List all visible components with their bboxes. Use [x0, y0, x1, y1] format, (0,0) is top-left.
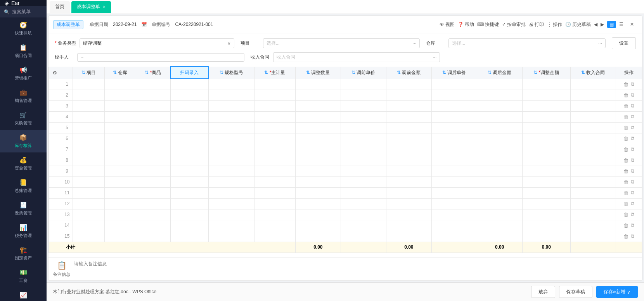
row-2-prev-unit-price[interactable]: [341, 90, 386, 100]
shortcuts-btn[interactable]: ⌨ 快捷键: [477, 21, 499, 28]
row-9-spec[interactable]: [209, 166, 254, 176]
row-6-prev-unit-price[interactable]: [341, 133, 386, 144]
row-8-income-contract[interactable]: [570, 155, 616, 166]
row-2-delete-icon[interactable]: 🗑: [623, 92, 628, 98]
row-6-spec[interactable]: [209, 133, 254, 144]
tab-close-icon[interactable]: ✕: [102, 5, 106, 9]
row-11-scan[interactable]: [170, 187, 209, 198]
row-7-goods[interactable]: [136, 144, 170, 155]
row-2-project[interactable]: [73, 90, 104, 100]
row-4-goods[interactable]: [136, 111, 170, 122]
row-8-spec[interactable]: [209, 155, 254, 166]
notes-input[interactable]: [74, 261, 637, 272]
sidebar-item-funds-mgmt[interactable]: 💰 资金管理: [0, 152, 47, 175]
row-6-delete-icon[interactable]: 🗑: [623, 136, 628, 142]
row-6-goods[interactable]: [136, 133, 170, 144]
row-8-warehouse[interactable]: [104, 155, 136, 166]
row-10-copy-icon[interactable]: ⧉: [631, 179, 634, 185]
row-10-income-contract[interactable]: [570, 176, 616, 187]
nav-prev-btn[interactable]: ◀: [594, 22, 597, 27]
history-btn[interactable]: 🕑 历史草稿: [565, 21, 591, 28]
row-15-scan[interactable]: [170, 231, 209, 242]
row-6-adj-qty[interactable]: [295, 133, 341, 144]
row-5-income-contract[interactable]: [570, 122, 616, 133]
row-7-spec[interactable]: [209, 144, 254, 155]
row-14-adj-qty[interactable]: [295, 220, 341, 231]
row-11-project[interactable]: [73, 187, 104, 198]
row-14-spec[interactable]: [209, 220, 254, 231]
row-4-project[interactable]: [73, 111, 104, 122]
sidebar-item-purchase-mgmt[interactable]: 🛒 采购管理: [0, 107, 47, 130]
row-3-adjust-amount[interactable]: [522, 100, 570, 111]
col-scan[interactable]: 扫码录入: [170, 67, 209, 79]
row-7-project[interactable]: [73, 144, 104, 155]
row-2-unit[interactable]: [254, 90, 295, 100]
row-15-prev-amount[interactable]: [386, 231, 431, 242]
col-settings[interactable]: ⚙: [49, 67, 61, 79]
row-12-unit[interactable]: [254, 198, 295, 209]
row-3-income-contract[interactable]: [570, 100, 616, 111]
row-5-adjust-amount[interactable]: [522, 122, 570, 133]
sidebar-item-fixed-assets[interactable]: 🏗️ 固定资产: [0, 242, 47, 265]
row-14-adj-unit-price[interactable]: [431, 220, 477, 231]
row-15-copy-icon[interactable]: ⧉: [631, 233, 634, 239]
row-8-adj-amount[interactable]: [477, 155, 522, 166]
row-12-warehouse[interactable]: [104, 198, 136, 209]
row-1-goods[interactable]: [136, 79, 170, 90]
row-3-scan[interactable]: [170, 100, 209, 111]
sidebar-item-ledger-mgmt[interactable]: 📒 总账管理: [0, 175, 47, 197]
row-13-unit[interactable]: [254, 209, 295, 220]
row-6-unit[interactable]: [254, 133, 295, 144]
nav-next-btn[interactable]: ▶: [601, 22, 604, 27]
row-4-unit[interactable]: [254, 111, 295, 122]
row-9-copy-icon[interactable]: ⧉: [631, 168, 634, 174]
row-15-income-contract[interactable]: [570, 231, 616, 242]
row-14-prev-unit-price[interactable]: [341, 220, 386, 231]
row-5-project[interactable]: [73, 122, 104, 133]
review-btn[interactable]: ✓ 按单审批: [502, 21, 526, 28]
row-12-goods[interactable]: [136, 198, 170, 209]
row-4-delete-icon[interactable]: 🗑: [623, 114, 628, 120]
business-type-input[interactable]: 结存调整 ∨: [80, 38, 234, 48]
row-9-income-contract[interactable]: [570, 166, 616, 176]
row-9-adjust-amount[interactable]: [522, 166, 570, 176]
row-12-prev-unit-price[interactable]: [341, 198, 386, 209]
row-1-income-contract[interactable]: [570, 79, 616, 90]
row-11-income-contract[interactable]: [570, 187, 616, 198]
row-11-warehouse[interactable]: [104, 187, 136, 198]
row-11-unit[interactable]: [254, 187, 295, 198]
row-14-prev-amount[interactable]: [386, 220, 431, 231]
row-8-prev-amount[interactable]: [386, 155, 431, 166]
row-14-adj-amount[interactable]: [477, 220, 522, 231]
row-15-adj-unit-price[interactable]: [431, 231, 477, 242]
col-spec[interactable]: ⇅ 规格型号: [209, 67, 254, 79]
row-1-prev-amount[interactable]: [386, 79, 431, 90]
row-12-prev-amount[interactable]: [386, 198, 431, 209]
row-3-spec[interactable]: [209, 100, 254, 111]
row-9-scan[interactable]: [170, 166, 209, 176]
row-3-warehouse[interactable]: [104, 100, 136, 111]
calendar-icon[interactable]: 📅: [141, 22, 147, 27]
row-15-project[interactable]: [73, 231, 104, 242]
row-13-delete-icon[interactable]: 🗑: [623, 212, 628, 218]
row-11-goods[interactable]: [136, 187, 170, 198]
row-7-warehouse[interactable]: [104, 144, 136, 155]
row-2-adj-unit-price[interactable]: [431, 90, 477, 100]
actions-btn[interactable]: ⋮ 操作: [547, 21, 562, 28]
row-1-adj-amount[interactable]: [477, 79, 522, 90]
col-adjust-amount[interactable]: ⇅ *调整金额: [522, 67, 570, 79]
row-13-copy-icon[interactable]: ⧉: [631, 211, 634, 218]
row-1-scan[interactable]: [170, 79, 209, 90]
sidebar-item-invoice-mgmt[interactable]: 🧾 发票管理: [0, 197, 47, 220]
row-4-warehouse[interactable]: [104, 111, 136, 122]
row-9-delete-icon[interactable]: 🗑: [623, 168, 628, 174]
tab-home[interactable]: 首页: [50, 1, 70, 13]
sidebar-item-salary[interactable]: 💵 工资: [0, 265, 47, 287]
grid-view-btn[interactable]: ▦: [607, 21, 616, 28]
sidebar-item-quick-nav[interactable]: 🧭 快速导航: [0, 17, 47, 40]
row-3-copy-icon[interactable]: ⧉: [631, 103, 634, 109]
row-6-adj-unit-price[interactable]: [431, 133, 477, 144]
row-12-delete-icon[interactable]: 🗑: [623, 201, 628, 207]
row-4-spec[interactable]: [209, 111, 254, 122]
row-10-adjust-amount[interactable]: [522, 176, 570, 187]
